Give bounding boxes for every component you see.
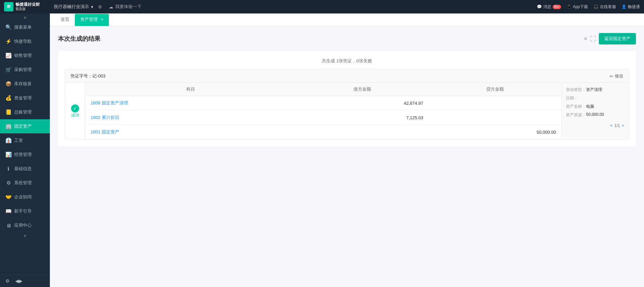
table-row: 1601 固定资产 50,000.00	[85, 125, 561, 139]
sidebar: ▲ 🔍 搜索菜单 ⚡ 快捷导航 📈 销售管理 🛒 采购管理 📦 库存核算 💰 资…	[0, 13, 50, 287]
sidebar-item-label: 新手引导	[14, 208, 32, 214]
cloud-icon: ☁	[109, 4, 113, 9]
col-subject: 科目	[85, 83, 296, 96]
sidebar-item-quicknav[interactable]: ⚡ 快捷导航	[0, 34, 50, 49]
message-icon: 💬	[537, 4, 542, 9]
messages-label: 消息	[543, 4, 551, 10]
sidebar-item-guide[interactable]: 📖 新手引导	[0, 204, 50, 218]
sidebar-item-payroll[interactable]: 👔 工资	[0, 133, 50, 148]
cart-icon: 🛒	[5, 67, 11, 73]
tab-asset-management[interactable]: 资产管理 ×	[75, 14, 109, 26]
sidebar-item-operations[interactable]: 📊 经营管理	[0, 148, 50, 162]
sidebar-item-label: 销售管理	[14, 53, 32, 59]
app-logo: 财 畅捷通好业财 普及版	[4, 2, 51, 11]
building-icon: 🏢	[5, 123, 11, 129]
tab-home[interactable]: 首页	[55, 14, 75, 26]
username: 畅捷通	[628, 4, 640, 10]
dropdown-icon: ▾	[91, 4, 93, 9]
debit-cell	[296, 125, 429, 139]
side-info-panel: 变动类型： 资产清理 日期： 资产名称： 电脑	[561, 83, 629, 139]
date-label: 日期：	[566, 95, 586, 101]
sidebar-item-label: 快捷导航	[14, 38, 32, 44]
subject-cell: 1606 固定资产清理	[85, 96, 296, 110]
sidebar-item-enterprise[interactable]: 🤝 企业协同	[0, 190, 50, 204]
sidebar-item-apps[interactable]: 🖥 应用中心	[0, 218, 50, 232]
sidebar-item-label: 固定资产	[14, 123, 32, 129]
table-row: 1606 固定资产清理 42,874.97	[85, 96, 561, 110]
app-download-button[interactable]: 📱 App下载	[566, 4, 588, 10]
chart-icon: 📈	[5, 53, 11, 59]
edit-label: 修改	[615, 73, 623, 79]
sidebar-item-inventory[interactable]: 📦 库存核算	[0, 77, 50, 91]
asset-value-label: 资产原值：	[566, 112, 586, 118]
box-icon: 📦	[5, 81, 11, 87]
user-icon: 👤	[621, 4, 626, 9]
app-icon: 📱	[566, 4, 572, 9]
lightning-icon: ⚡	[5, 38, 11, 44]
sidebar-item-label: 库存核算	[14, 81, 32, 87]
close-button[interactable]: ×	[584, 35, 587, 42]
tab-asset-label: 资产管理	[80, 17, 98, 22]
table-row: 1602 累计折旧 7,125.03	[85, 110, 561, 125]
sidebar-item-ledger[interactable]: 📒 总账管理	[0, 105, 50, 119]
voucher-table: 科目 借方金额 贷方金额 1606 固定资产清理 42,874.97	[85, 83, 561, 139]
main-layout: ▲ 🔍 搜索菜单 ⚡ 快捷导航 📈 销售管理 🛒 采购管理 📦 库存核算 💰 资…	[0, 13, 644, 287]
sidebar-item-fixed-assets[interactable]: 🏢 固定资产	[0, 119, 50, 133]
gear-icon: ⚙	[5, 180, 11, 186]
messages-button[interactable]: 💬 消息 99+	[537, 4, 561, 10]
credit-cell: 50,000.00	[429, 125, 561, 139]
info-icon: ℹ	[5, 166, 11, 172]
result-summary: 共生成 1张凭证，0张失败	[65, 58, 629, 64]
edit-button[interactable]: ✏ 修改	[610, 73, 623, 79]
expand-button[interactable]: ⛶	[590, 35, 596, 42]
message-badge: 99+	[553, 5, 561, 9]
content-area: 首页 资产管理 × 本次生成的结果 × ⛶ 返回固定资产 共生成 1张凭证，0张…	[50, 13, 644, 287]
sidebar-item-label: 工资	[14, 137, 23, 144]
return-button[interactable]: 返回固定资产	[599, 33, 636, 44]
voucher-content: ✓ 成功 科目 借方金额 贷方金额	[65, 83, 629, 139]
sidebar-item-funds[interactable]: 💰 资金管理	[0, 91, 50, 105]
tab-close-icon[interactable]: ×	[101, 17, 103, 22]
sidebar-item-system[interactable]: ⚙ 系统管理	[0, 176, 50, 190]
tie-icon: 👔	[5, 137, 11, 144]
sidebar-scroll-up[interactable]: ▲	[0, 13, 50, 20]
sidebar-scroll-down[interactable]: ▼	[0, 232, 50, 239]
sidebar-item-purchase[interactable]: 🛒 采购管理	[0, 63, 50, 77]
page-content: 本次生成的结果 × ⛶ 返回固定资产 共生成 1张凭证，0张失败 凭证字号：记-…	[50, 26, 644, 287]
voucher-number: 凭证字号：记-003	[70, 73, 105, 79]
edit-icon: ✏	[610, 74, 613, 79]
debit-cell: 42,874.97	[296, 96, 429, 110]
subject-cell: 1601 固定资产	[85, 125, 296, 139]
sidebar-item-sales[interactable]: 📈 销售管理	[0, 49, 50, 63]
sidebar-item-label: 采购管理	[14, 67, 32, 73]
success-status: ✓ 成功	[65, 83, 85, 139]
stats-icon: 📊	[5, 152, 11, 158]
voucher-header: 凭证字号：记-003 ✏ 修改	[65, 70, 629, 83]
credit-cell	[429, 110, 561, 125]
next-page[interactable]: >	[622, 123, 624, 128]
page-info: 1/1	[614, 123, 621, 128]
headset-icon: 🎧	[593, 4, 599, 9]
sidebar-collapse-icon[interactable]: ◀▶	[15, 278, 23, 284]
try-label: 我要体验一下	[115, 4, 142, 10]
prev-page[interactable]: <	[610, 123, 613, 128]
settings-icon[interactable]: ⚙	[98, 4, 102, 9]
company-selector[interactable]: 医疗器械行业演示 ▾ ⚙	[54, 4, 102, 10]
asset-name-label: 资产名称：	[566, 104, 586, 109]
date-row: 日期：	[566, 95, 625, 101]
sidebar-item-search[interactable]: 🔍 搜索菜单	[0, 20, 50, 34]
money-icon: 💰	[5, 95, 11, 101]
sidebar-settings-icon[interactable]: ⚙	[5, 278, 10, 284]
change-type-label: 变动类型：	[566, 87, 586, 93]
asset-value-row: 资产原值： 50,000.00	[566, 112, 625, 118]
sidebar-item-label: 总账管理	[14, 109, 32, 115]
customer-service-button[interactable]: 🎧 在线客服	[593, 4, 616, 10]
customer-service-label: 在线客服	[600, 4, 616, 10]
sidebar-bottom: ⚙ ◀▶	[0, 275, 50, 287]
guide-icon: 📖	[5, 208, 11, 214]
top-bar: 财 畅捷通好业财 普及版 医疗器械行业演示 ▾ ⚙ ☁ 我要体验一下 💬 消息 …	[0, 0, 644, 13]
sidebar-item-basic-info[interactable]: ℹ 基础信息	[0, 162, 50, 176]
book-icon: 📒	[5, 109, 11, 115]
try-experience[interactable]: ☁ 我要体验一下	[109, 4, 537, 10]
user-menu[interactable]: 👤 畅捷通	[621, 4, 640, 10]
